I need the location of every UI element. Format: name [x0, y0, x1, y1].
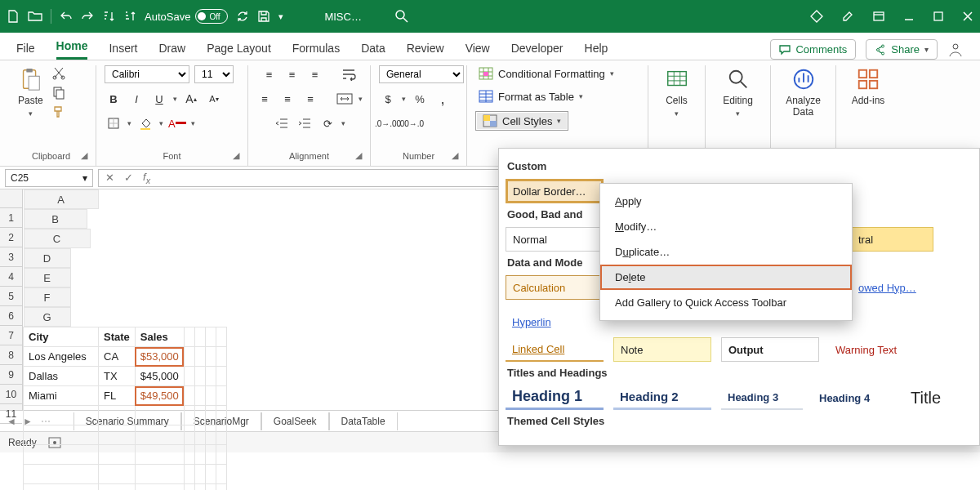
align-bottom-icon[interactable]: ≡	[306, 65, 324, 83]
style-calculation[interactable]: Calculation	[506, 275, 604, 300]
comma-format-icon[interactable]: ,	[434, 90, 452, 108]
new-file-icon[interactable]	[7, 10, 20, 23]
diamond-icon[interactable]	[810, 10, 823, 23]
style-linked-cell[interactable]: Linked Cell	[506, 337, 604, 362]
tab-developer[interactable]: Developer	[511, 37, 564, 60]
italic-button[interactable]: I	[127, 90, 145, 108]
ctx-duplicate[interactable]: Duplicate…	[600, 239, 852, 265]
font-name-select[interactable]: Calibri	[105, 65, 189, 83]
column-headers[interactable]: A B C D E F G	[24, 189, 227, 327]
tab-view[interactable]: View	[466, 37, 490, 60]
align-left-icon[interactable]: ≡	[256, 90, 274, 108]
fill-color-icon[interactable]	[136, 114, 154, 132]
select-all-corner[interactable]	[0, 189, 22, 208]
editing-button[interactable]: Editing▾	[714, 65, 762, 119]
style-dollar-border[interactable]: Dollar Border…	[506, 179, 604, 203]
sheet-table[interactable]: A B C D E F G CityStateSales Los Angeles…	[23, 189, 227, 490]
format-as-table-button[interactable]: Format as Table▾	[475, 88, 586, 105]
increase-indent-icon[interactable]	[296, 114, 314, 132]
undo-icon[interactable]	[60, 10, 73, 23]
ctx-add-to-qat[interactable]: Add Gallery to Quick Access Toolbar	[600, 290, 852, 315]
minimize-icon[interactable]	[903, 11, 915, 22]
sheet-nav-prev-icon[interactable]: ◄	[7, 416, 16, 427]
tab-data[interactable]: Data	[361, 37, 385, 60]
underline-button[interactable]: U	[150, 90, 168, 108]
align-middle-icon[interactable]: ≡	[283, 65, 301, 83]
style-heading-4[interactable]: Heading 4	[813, 385, 894, 410]
tab-insert[interactable]: Insert	[109, 37, 137, 60]
style-output[interactable]: Output	[721, 337, 819, 362]
style-followed-hyperlink[interactable]: owed Hyp…	[852, 275, 927, 300]
sort-asc-icon[interactable]	[102, 10, 115, 23]
fx-icon[interactable]: fx	[143, 171, 150, 185]
maximize-icon[interactable]	[933, 11, 944, 22]
align-right-icon[interactable]: ≡	[301, 90, 319, 108]
qat-more-icon[interactable]: ▾	[278, 11, 283, 22]
accounting-format-icon[interactable]: $	[379, 90, 397, 108]
comments-button[interactable]: Comments	[770, 39, 856, 60]
borders-icon[interactable]	[105, 114, 122, 132]
paste-button[interactable]: Paste▾	[15, 65, 47, 119]
row-headers[interactable]: 1234567891011	[0, 189, 23, 410]
style-hyperlink[interactable]: Hyperlin	[506, 310, 555, 334]
tab-help[interactable]: Help	[585, 37, 608, 60]
open-file-icon[interactable]	[28, 10, 42, 23]
cell-styles-button[interactable]: Cell Styles▾	[475, 111, 568, 131]
copy-icon[interactable]	[51, 85, 66, 100]
autosave-toggle[interactable]: AutoSave Off	[145, 9, 228, 24]
font-size-select[interactable]: 11	[194, 65, 234, 83]
search-icon[interactable]	[394, 9, 409, 24]
sheet-tab[interactable]: DataTable	[329, 412, 398, 430]
style-heading-2[interactable]: Heading 2	[613, 385, 711, 410]
redo-icon[interactable]	[81, 10, 94, 23]
analyze-data-button[interactable]: Analyze Data	[779, 65, 827, 119]
wrap-text-icon[interactable]	[341, 65, 359, 83]
tab-page-layout[interactable]: Page Layout	[207, 37, 271, 60]
number-dialog-launcher-icon[interactable]: ◢	[452, 150, 458, 161]
addins-button[interactable]: Add-ins	[844, 65, 892, 108]
merge-center-icon[interactable]	[336, 90, 354, 108]
name-box[interactable]: C25▾	[5, 169, 93, 187]
cut-icon[interactable]	[51, 65, 66, 80]
style-heading-1[interactable]: Heading 1	[506, 385, 604, 410]
increase-font-icon[interactable]: A▴	[182, 90, 200, 108]
tab-formulas[interactable]: Formulas	[292, 37, 340, 60]
decrease-font-icon[interactable]: A▾	[205, 90, 223, 108]
style-heading-3[interactable]: Heading 3	[721, 385, 803, 410]
save-icon[interactable]	[257, 10, 270, 23]
font-dialog-launcher-icon[interactable]: ◢	[233, 150, 239, 161]
sync-icon[interactable]	[236, 10, 249, 23]
cancel-formula-icon[interactable]: ✕	[105, 172, 114, 184]
conditional-formatting-button[interactable]: Conditional Formatting▾	[475, 65, 617, 82]
clipboard-dialog-launcher-icon[interactable]: ◢	[81, 150, 87, 161]
sort-desc-icon[interactable]	[123, 10, 136, 23]
ribbon-mode-icon[interactable]	[872, 10, 885, 23]
format-painter-icon[interactable]	[51, 105, 66, 119]
align-top-icon[interactable]: ≡	[261, 65, 278, 83]
style-note[interactable]: Note	[613, 337, 711, 362]
alignment-dialog-launcher-icon[interactable]: ◢	[355, 150, 362, 161]
number-format-select[interactable]: General	[379, 65, 464, 83]
account-icon[interactable]	[947, 42, 964, 58]
percent-format-icon[interactable]: %	[411, 90, 429, 108]
tab-draw[interactable]: Draw	[158, 37, 185, 60]
bold-button[interactable]: B	[105, 90, 122, 108]
font-color-icon[interactable]: A	[168, 114, 186, 132]
decrease-decimal-icon[interactable]: .00→.0	[402, 114, 420, 132]
increase-decimal-icon[interactable]: .0→.00	[379, 114, 397, 132]
enter-formula-icon[interactable]: ✓	[124, 172, 133, 184]
orientation-icon[interactable]: ⟳	[318, 114, 336, 132]
decrease-indent-icon[interactable]	[273, 114, 291, 132]
tab-home[interactable]: Home	[56, 34, 88, 60]
style-warning-text[interactable]: Warning Text	[829, 337, 927, 362]
sheet-tab[interactable]: GoalSeek	[261, 412, 329, 430]
tab-file[interactable]: File	[16, 37, 35, 60]
align-center-icon[interactable]: ≡	[278, 90, 296, 108]
cells-button[interactable]: Cells▾	[657, 65, 697, 119]
close-icon[interactable]	[962, 11, 973, 22]
ctx-delete[interactable]: Delete	[600, 265, 852, 290]
ctx-modify[interactable]: Modify…	[600, 214, 852, 239]
share-button[interactable]: Share▾	[866, 39, 938, 60]
brush-icon[interactable]	[841, 10, 854, 23]
style-neutral[interactable]: tral	[852, 227, 933, 252]
